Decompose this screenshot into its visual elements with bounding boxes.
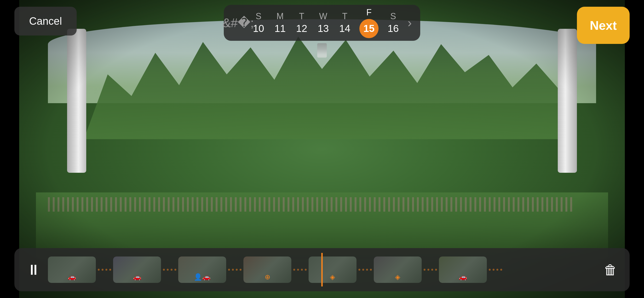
event-icon: ◈ — [395, 273, 400, 281]
timeline-thumb[interactable]: ⊕ — [244, 256, 291, 283]
timeline-thumb[interactable]: ◈ — [374, 256, 422, 283]
play-pause-button[interactable]: ⏸ — [22, 258, 46, 282]
day-letter: F — [366, 8, 372, 18]
trash-icon: 🗑 — [604, 262, 617, 278]
day-item-10[interactable]: S10 — [248, 9, 269, 37]
timeline-dots — [487, 269, 504, 271]
timeline-dot — [109, 269, 111, 271]
delete-button[interactable]: 🗑 — [598, 258, 622, 282]
event-icon: 👤🚗 — [194, 273, 210, 281]
next-button[interactable]: Next — [577, 7, 630, 44]
timeline-dot — [431, 269, 433, 271]
timeline-thumb[interactable]: 🚗 — [439, 256, 487, 283]
porch-column-left — [67, 29, 86, 173]
day-item-15[interactable]: F15 — [356, 5, 382, 41]
timeline-dot — [366, 269, 368, 271]
day-number: 14 — [339, 23, 350, 34]
timeline-dots — [291, 269, 308, 271]
timeline-dot — [236, 269, 238, 271]
timeline-dots — [356, 269, 374, 271]
day-item-13[interactable]: W13 — [312, 9, 334, 37]
timeline-dot — [170, 269, 172, 271]
timeline-dot — [489, 269, 491, 271]
day-item-12[interactable]: T12 — [291, 9, 312, 37]
timeline-dot — [106, 269, 107, 271]
timeline-dot — [435, 269, 437, 271]
timeline-dot — [428, 269, 429, 271]
timeline-dot — [500, 269, 502, 271]
timeline-track: 🚗🚗👤🚗⊕◈◈🚗 — [48, 255, 504, 284]
event-icon: ◈ — [330, 273, 335, 281]
timeline-thumb[interactable]: 🚗 — [48, 256, 96, 283]
timeline-dots — [96, 269, 113, 271]
next-label: Next — [590, 18, 617, 33]
day-number: 10 — [253, 23, 264, 34]
timeline-dot — [362, 269, 364, 271]
chevron-right-icon: › — [408, 16, 412, 30]
day-number: 12 — [296, 23, 308, 34]
day-letter: T — [342, 11, 348, 21]
timeline-dot — [301, 269, 303, 271]
position-indicator — [321, 253, 323, 286]
timeline-dots — [161, 269, 178, 271]
event-icon: 🚗 — [459, 273, 467, 281]
timeline-dot — [167, 269, 169, 271]
day-item-16[interactable]: S16 — [382, 9, 404, 37]
timeline-dot — [98, 269, 100, 271]
timeline-dots — [226, 269, 244, 271]
timeline-dot — [496, 269, 498, 271]
timeline-dot — [232, 269, 234, 271]
timeline-thumb[interactable]: 👤🚗 — [178, 256, 226, 283]
timeline-dot — [228, 269, 230, 271]
days-container: S10M11T12W13T14F15S16 — [248, 5, 404, 41]
day-letter: W — [319, 11, 327, 21]
pause-icon: ⏸ — [26, 261, 41, 278]
timeline-dot — [163, 269, 165, 271]
day-number: 16 — [388, 23, 399, 34]
timeline-thumb[interactable]: 🚗 — [113, 256, 161, 283]
timeline-dots — [422, 269, 439, 271]
day-number-active: 15 — [360, 19, 378, 38]
cancel-label: Cancel — [29, 15, 62, 27]
prev-week-button[interactable]: &#�; — [228, 13, 248, 32]
timeline-dot — [492, 269, 494, 271]
next-week-button[interactable]: › — [404, 13, 416, 32]
day-number: 11 — [274, 23, 286, 34]
timeline-dot — [305, 269, 307, 271]
cancel-button[interactable]: Cancel — [14, 7, 77, 36]
day-item-14[interactable]: T14 — [334, 9, 356, 37]
timeline-dot — [240, 269, 242, 271]
event-icon: 🚗 — [68, 273, 76, 281]
timeline-dot — [174, 269, 176, 271]
lamp — [317, 43, 327, 58]
timeline-scroll[interactable]: 🚗🚗👤🚗⊕◈◈🚗 — [48, 253, 596, 286]
timeline-dot — [424, 269, 426, 271]
day-letter: T — [299, 11, 304, 21]
fence — [48, 197, 572, 212]
day-number: 13 — [318, 23, 329, 34]
day-letter: S — [390, 11, 396, 21]
event-icon: ⊕ — [265, 273, 270, 281]
timeline-dot — [297, 269, 299, 271]
timeline-thumb[interactable]: ◈ — [308, 256, 356, 283]
porch-column-right — [558, 29, 577, 173]
timeline-bar: ⏸ 🚗🚗👤🚗⊕◈◈🚗 🗑 — [14, 248, 630, 291]
day-letter: M — [276, 11, 284, 21]
timeline-dot — [370, 269, 372, 271]
timeline-dot — [293, 269, 295, 271]
day-item-11[interactable]: M11 — [269, 9, 291, 37]
calendar-nav: &#�; S10M11T12W13T14F15S16 › — [224, 5, 420, 41]
event-icon: 🚗 — [133, 273, 141, 281]
day-letter: S — [256, 11, 262, 21]
timeline-dot — [102, 269, 104, 271]
timeline-dot — [358, 269, 360, 271]
